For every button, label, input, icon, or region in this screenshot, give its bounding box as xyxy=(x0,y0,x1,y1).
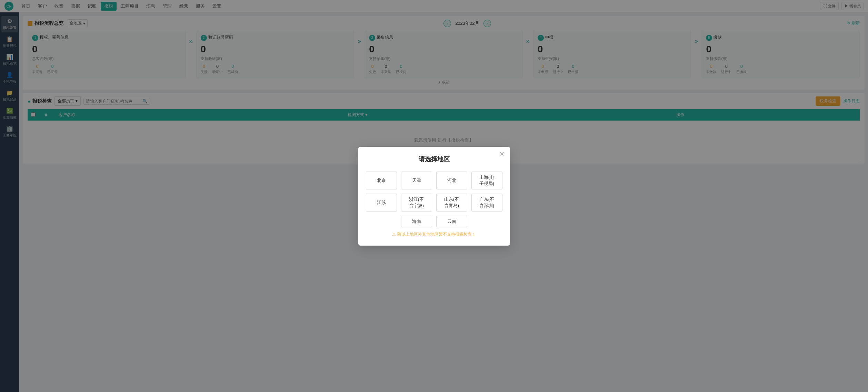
region-btn-zhejiang[interactable]: 浙江(不含宁波) xyxy=(401,194,432,212)
warning-icon: ⚠ xyxy=(392,232,396,237)
region-row-1: 江苏 浙江(不含宁波) 山东(不含青岛) 广东(不含深圳) xyxy=(368,194,500,212)
modal-close-button[interactable]: ✕ xyxy=(499,151,505,157)
warning-text: ⚠ 除以上地区外其他地区暂不支持报税检查！ xyxy=(368,231,500,237)
modal-overlay[interactable]: ✕ 请选择地区 北京 天津 河北 上海(电子税局) 江苏 浙江(不含宁波) 山东… xyxy=(0,0,868,392)
region-btn-hainan[interactable]: 海南 xyxy=(401,216,432,227)
region-btn-shandong[interactable]: 山东(不含青岛) xyxy=(436,194,467,212)
region-btn-yunnan[interactable]: 云南 xyxy=(436,216,467,227)
region-btn-tianjin[interactable]: 天津 xyxy=(401,172,432,189)
region-btn-beijing[interactable]: 北京 xyxy=(366,172,397,189)
region-btn-hebei[interactable]: 河北 xyxy=(436,172,467,189)
region-row-0: 北京 天津 河北 上海(电子税局) xyxy=(368,172,500,189)
region-btn-jiangsu[interactable]: 江苏 xyxy=(366,194,397,212)
region-btn-shanghai[interactable]: 上海(电子税局) xyxy=(471,172,502,189)
region-row-2: 海南 云南 xyxy=(368,216,500,227)
modal-title: 请选择地区 xyxy=(368,155,500,163)
region-select-modal: ✕ 请选择地区 北京 天津 河北 上海(电子税局) 江苏 浙江(不含宁波) 山东… xyxy=(358,147,510,246)
region-btn-guangdong[interactable]: 广东(不含深圳) xyxy=(471,194,502,212)
